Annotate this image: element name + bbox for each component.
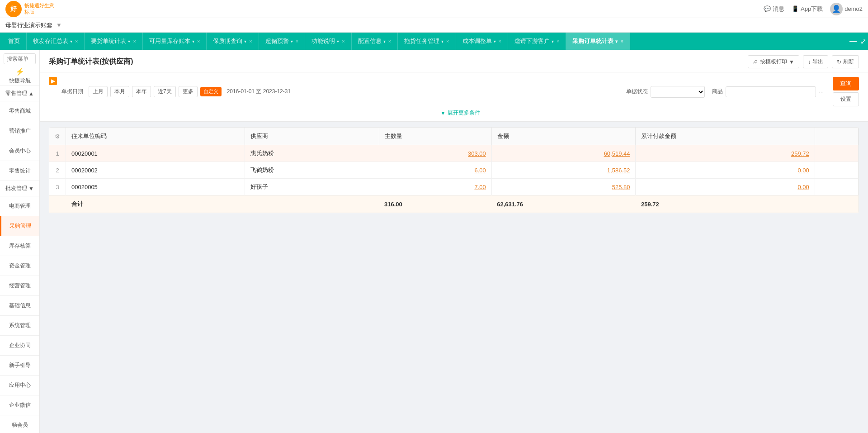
sidebar-item-wechat[interactable]: 企业微信 xyxy=(0,395,39,415)
sidebar-item-operation[interactable]: 经营管理 xyxy=(0,276,39,296)
sidebar-item-system[interactable]: 系统管理 xyxy=(0,316,39,336)
sidebar-item-basic[interactable]: 基础信息 xyxy=(0,296,39,316)
inventory-label: 库存核算 xyxy=(9,242,31,250)
sidebar-item-collab[interactable]: 企业协同 xyxy=(0,336,39,356)
tab-keyong-label: 可用量库存账本 xyxy=(149,37,190,45)
date-btn-last-month[interactable]: 上月 xyxy=(89,86,108,97)
row-qty-1[interactable]: 303.00 xyxy=(379,145,491,162)
tab-dropdown-icon: ▾ xyxy=(494,39,496,44)
tab-tuohuo-label: 拖货任务管理 xyxy=(404,37,439,45)
tab-close-icon[interactable]: × xyxy=(388,38,391,44)
row-paid-2[interactable]: 0.00 xyxy=(636,162,815,179)
tab-close-icon[interactable]: × xyxy=(296,38,298,44)
workspace-dropdown-icon[interactable]: ▼ xyxy=(56,22,62,29)
tab-gongneng[interactable]: 功能说明 ▾ × xyxy=(305,33,351,50)
date-btn-this-year[interactable]: 本年 xyxy=(132,86,151,97)
row-qty-2[interactable]: 6.00 xyxy=(379,162,491,179)
tab-close-icon[interactable]: × xyxy=(446,38,449,44)
row-extra-2 xyxy=(815,162,858,179)
tab-close-icon[interactable]: × xyxy=(499,38,501,44)
tab-close-icon[interactable]: × xyxy=(342,38,344,44)
tab-yaohuo[interactable]: 要货单统计表 ▾ × xyxy=(85,33,142,50)
sidebar-item-retail-stat[interactable]: 零售统计 xyxy=(0,161,39,181)
phone-icon: 📱 xyxy=(792,5,799,12)
wechat-label: 企业微信 xyxy=(9,401,31,409)
tab-chaochu[interactable]: 超储预警 ▾ × xyxy=(259,33,305,50)
goods-label: 商品 xyxy=(712,88,723,95)
export-btn[interactable]: ↓ 导出 xyxy=(803,55,828,68)
refresh-btn[interactable]: ↻ 刷新 xyxy=(832,55,859,68)
row-amount-1[interactable]: 60,519.44 xyxy=(491,145,636,162)
sidebar-item-finance[interactable]: 资金管理 xyxy=(0,256,39,276)
sidebar-item-ecommerce[interactable]: 电商管理 xyxy=(0,196,39,216)
query-btn[interactable]: 查询 xyxy=(833,77,859,90)
sidebar-item-newbie[interactable]: 新手引导 xyxy=(0,356,39,376)
row-paid-1[interactable]: 259.72 xyxy=(636,145,815,162)
tab-baozhi[interactable]: 保质期查询 ▾ × xyxy=(207,33,259,50)
row-qty-3[interactable]: 7.00 xyxy=(379,179,491,195)
tab-peizhi[interactable]: 配置信息 ▾ × xyxy=(352,33,398,50)
date-filter-group: 上月 本月 本年 近7天 更多 自定义 xyxy=(89,86,222,97)
newbie-label: 新手引导 xyxy=(9,362,31,369)
sidebar-item-retail[interactable]: 零售管理 ▲ xyxy=(0,86,39,101)
tab-home[interactable]: 首页 xyxy=(2,33,27,50)
tab-close-icon[interactable]: × xyxy=(620,38,623,44)
row-paid-3[interactable]: 0.00 xyxy=(636,179,815,195)
sidebar-item-apps[interactable]: 应用中心 xyxy=(0,376,39,395)
basic-label: 基础信息 xyxy=(9,302,31,309)
row-amount-2[interactable]: 1,586.52 xyxy=(491,162,636,179)
tab-close-icon[interactable]: × xyxy=(133,38,136,44)
date-btn-custom[interactable]: 自定义 xyxy=(200,87,222,96)
date-btn-more[interactable]: 更多 xyxy=(179,86,198,97)
sidebar-item-quicknav[interactable]: ⚡ 快捷导航 xyxy=(0,66,39,86)
goods-more-icon[interactable]: ··· xyxy=(819,88,824,95)
date-btn-7days[interactable]: 近7天 xyxy=(154,86,176,97)
app-download-btn[interactable]: 📱 App下载 xyxy=(792,5,823,13)
row-code-2: 00020002 xyxy=(66,162,245,179)
tab-close-icon[interactable]: × xyxy=(75,38,78,44)
tab-chengben[interactable]: 成本调整单 ▾ × xyxy=(456,33,508,50)
tab-yaoqing[interactable]: 邀请下游客户 ▾ × xyxy=(508,33,566,50)
apps-label: 应用中心 xyxy=(9,381,31,389)
status-select[interactable] xyxy=(651,86,705,98)
user-avatar-btn[interactable]: 👤 demo2 xyxy=(830,3,863,15)
tab-tuohuo[interactable]: 拖货任务管理 ▾ × xyxy=(398,33,456,50)
sidebar-item-marketing[interactable]: 营销推广 xyxy=(0,121,39,141)
template-print-btn[interactable]: 🖨 按模板打印 ▼ xyxy=(748,55,799,68)
goods-input[interactable] xyxy=(726,86,816,97)
sidebar-item-purchase[interactable]: 采购管理 xyxy=(0,216,39,236)
tab-close-icon[interactable]: × xyxy=(557,38,559,44)
message-icon: 💬 xyxy=(764,5,771,12)
sidebar-item-retail-mall[interactable]: 零售商城 xyxy=(0,101,39,121)
tab-close-icon[interactable]: × xyxy=(249,38,252,44)
logo-icon: 好 xyxy=(5,1,22,17)
workspace-label: 母婴行业演示账套 xyxy=(5,21,52,29)
filter-toggle-icon[interactable]: ▶ xyxy=(49,77,57,85)
message-btn[interactable]: 💬 消息 xyxy=(764,5,784,13)
settings-btn[interactable]: 设置 xyxy=(833,92,859,106)
tab-baozhi-label: 保质期查询 xyxy=(213,37,242,45)
tab-maximize-icon[interactable]: ⤢ xyxy=(860,37,866,46)
system-label: 系统管理 xyxy=(9,322,31,329)
tab-close-icon[interactable]: × xyxy=(197,38,200,44)
sidebar-item-wholesale[interactable]: 批发管理 ▼ xyxy=(0,181,39,196)
search-input[interactable] xyxy=(4,53,36,64)
date-btn-this-month[interactable]: 本月 xyxy=(110,86,129,97)
table-row[interactable]: 3 00020005 好孩子 7.00 525.80 0.00 xyxy=(49,179,859,195)
table-row[interactable]: 2 00020002 飞鹤奶粉 6.00 1,586.52 0.00 xyxy=(49,162,859,179)
sidebar-item-vip[interactable]: 畅会员 xyxy=(0,415,39,433)
expand-btn[interactable]: ▼ 展开更多条件 xyxy=(440,109,480,117)
tab-minimize-icon[interactable]: — xyxy=(849,37,857,45)
table-row[interactable]: 1 00020001 惠氏奶粉 303.00 60,519.44 259.72 xyxy=(49,145,859,162)
col-settings[interactable]: ⚙ xyxy=(49,128,66,145)
sidebar-item-inventory[interactable]: 库存核算 xyxy=(0,236,39,256)
tab-caigou[interactable]: 采购订单统计表 ▾ × xyxy=(566,33,630,50)
tab-shoufaihui[interactable]: 收发存汇总表 ▾ × xyxy=(27,33,85,50)
sidebar-item-member[interactable]: 会员中心 xyxy=(0,141,39,161)
tab-shoufaihui-label: 收发存汇总表 xyxy=(33,37,68,45)
tab-keyong[interactable]: 可用量库存账本 ▾ × xyxy=(143,33,207,50)
row-amount-3[interactable]: 525.80 xyxy=(491,179,636,195)
row-num-3: 3 xyxy=(49,179,66,195)
filter-bar: ▶ 单据日期 上月 本月 本年 近7天 更多 自定义 2016-01-01 至 … xyxy=(40,72,868,122)
sidebar-search-area xyxy=(0,50,39,66)
